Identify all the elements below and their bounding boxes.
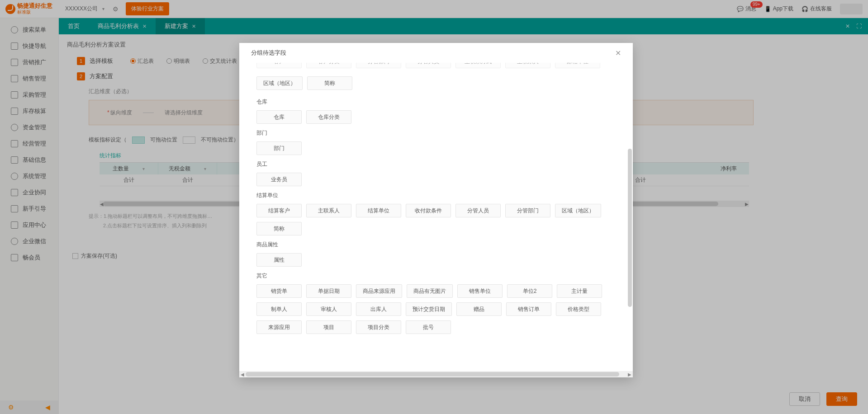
field-tag[interactable]: 仓库 [256, 110, 302, 124]
modal-scroll-area[interactable]: 客户 客户分类 分管部门 分管人员 主联系方式 主联系人 邮箱单位 区域（地区）… [239, 63, 633, 371]
field-tag[interactable]: 主联系人 [306, 204, 351, 217]
field-row-partial: 客户 客户分类 分管部门 分管人员 主联系方式 主联系人 邮箱单位 [256, 63, 622, 68]
close-icon[interactable]: ✕ [615, 49, 621, 57]
field-tag[interactable]: 分管人员 [406, 63, 451, 68]
group-field-modal: 分组待选字段 ✕ 客户 客户分类 分管部门 分管人员 主联系方式 主联系人 邮箱… [239, 43, 633, 377]
group-title-staff: 员工 [256, 160, 622, 168]
field-tag[interactable]: 销货单 [256, 284, 302, 298]
field-row: 部门 [256, 141, 622, 155]
field-tag[interactable]: 价格类型 [556, 302, 601, 316]
modal-vscrollbar[interactable] [627, 63, 633, 365]
modal-title: 分组待选字段 [251, 49, 286, 57]
field-row: 区域（地区） 简称 [256, 76, 622, 90]
field-tag[interactable]: 项目 [306, 320, 351, 334]
field-tag[interactable]: 区域（地区） [555, 204, 601, 217]
scrollbar-thumb[interactable] [628, 149, 632, 307]
field-tag[interactable]: 分管部门 [505, 204, 550, 217]
field-tag[interactable]: 客户 [256, 63, 302, 68]
field-row: 仓库 仓库分类 [256, 110, 622, 124]
field-tag[interactable]: 出库人 [356, 302, 401, 316]
field-tag[interactable]: 邮箱单位 [555, 63, 600, 68]
group-title-warehouse: 仓库 [256, 98, 622, 106]
scroll-left-icon[interactable]: ◀ [239, 371, 246, 377]
group-title-dept: 部门 [256, 129, 622, 137]
field-tag[interactable]: 单据日期 [306, 284, 351, 298]
modal-body: 客户 客户分类 分管部门 分管人员 主联系方式 主联系人 邮箱单位 区域（地区）… [239, 63, 633, 371]
scrollbar-thumb[interactable] [246, 372, 619, 376]
field-tag[interactable]: 赠品 [456, 302, 502, 316]
field-tag[interactable]: 分管人员 [455, 204, 501, 217]
field-tag[interactable]: 客户分类 [306, 63, 351, 68]
field-tag[interactable]: 商品来源应用 [356, 284, 402, 298]
field-tag[interactable]: 项目分类 [356, 320, 401, 334]
field-tag[interactable]: 销售单位 [457, 284, 503, 298]
field-tag[interactable]: 主联系方式 [455, 63, 501, 68]
field-tag[interactable]: 单位2 [507, 284, 552, 298]
field-tag[interactable]: 仓库分类 [306, 110, 351, 124]
field-tag[interactable]: 销售订单 [506, 302, 551, 316]
field-tag[interactable]: 结算客户 [256, 204, 302, 217]
field-row: 销货单 单据日期 商品来源应用 商品有无图片 销售单位 单位2 主计量 制单人 … [256, 284, 622, 334]
field-tag[interactable]: 简称 [256, 222, 302, 235]
modal-header: 分组待选字段 ✕ [239, 43, 633, 63]
field-tag[interactable]: 收付款条件 [406, 204, 451, 217]
field-tag[interactable]: 审核人 [306, 302, 351, 316]
field-tag[interactable]: 商品有无图片 [407, 284, 453, 298]
field-tag[interactable]: 制单人 [256, 302, 302, 316]
field-tag[interactable]: 分管部门 [356, 63, 401, 68]
field-tag[interactable]: 结算单位 [356, 204, 401, 217]
field-tag[interactable]: 批号 [406, 320, 451, 334]
field-tag[interactable]: 来源应用 [256, 320, 302, 334]
field-row: 属性 [256, 253, 622, 267]
field-tag[interactable]: 主计量 [557, 284, 602, 298]
field-row: 业务员 [256, 173, 622, 186]
group-title-attr: 商品属性 [256, 241, 622, 249]
field-tag[interactable]: 部门 [256, 141, 302, 155]
field-row: 结算客户 主联系人 结算单位 收付款条件 分管人员 分管部门 区域（地区） 简称 [256, 204, 622, 235]
group-title-settle: 结算单位 [256, 192, 622, 199]
field-tag[interactable]: 预计交货日期 [406, 302, 452, 316]
field-tag[interactable]: 简称 [307, 76, 352, 90]
field-tag[interactable]: 主联系人 [505, 63, 550, 68]
modal-hscrollbar[interactable]: ◀ ▶ [239, 371, 633, 377]
group-title-other: 其它 [256, 272, 622, 280]
scroll-right-icon[interactable]: ▶ [626, 371, 633, 377]
field-tag[interactable]: 属性 [256, 253, 302, 267]
field-tag[interactable]: 业务员 [256, 173, 302, 186]
field-tag[interactable]: 区域（地区） [256, 76, 303, 90]
